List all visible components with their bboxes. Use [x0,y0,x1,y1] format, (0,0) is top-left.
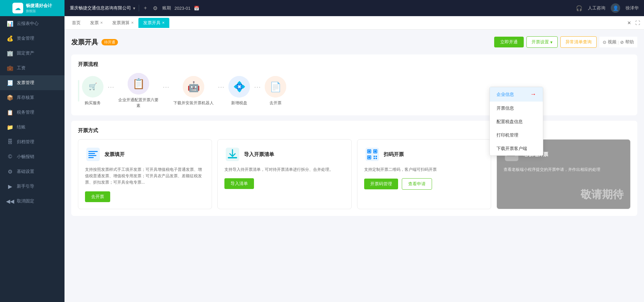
sidebar-item-gudingzichan[interactable]: 🏢 固定资产 [0,46,65,61]
dropdown-item-company-info[interactable]: 企业信息 → [490,87,543,102]
invoice-icon: 🧾 [7,79,13,86]
chevron-down-icon[interactable]: ▾ [133,6,135,11]
flow-step-indicator [78,80,79,102]
scan-view-button[interactable]: 查看申请 [402,178,432,190]
svg-rect-13 [88,155,96,156]
tab-calc-close[interactable]: ✕ [131,21,134,25]
flow-step-4: 💠 新增税盘 [228,76,250,106]
method-card-import: 导入开票清单 支持导入待开票清单，可对待开票清单进行拆分、合并处理。 导入清单 [217,139,351,209]
tab-calc[interactable]: 发票测算 ✕ [108,18,138,28]
flow-step-3-icon: 🤖 [183,76,204,98]
sidebar-label-gongzi: 工资 [17,65,26,71]
flow-step-1-icon: 🛒 [82,76,103,98]
sidebar-item-guidang[interactable]: 🗄 归档管理 [0,135,65,149]
nav-right: 重庆畅捷交通信息咨询有限公司 ▾ + ⚙ 账期 2023-01 📅 🎧 人工咨询… [65,3,644,13]
avatar: 👤 [611,3,620,13]
sidebar-item-yunbao[interactable]: 📊 云报表中心 [0,16,65,31]
tab-invoice-close[interactable]: ✕ [100,21,103,25]
sidebar-item-gongzi[interactable]: 💼 工资 [0,61,65,75]
svg-rect-10 [86,148,100,161]
sidebar-label-quxiao: 取消固定 [17,198,34,204]
chart-icon: 📊 [7,20,13,27]
close-window-button[interactable]: ✕ [626,19,633,27]
period-label: 账期 [162,5,171,11]
tab-bar-right: ✕ ⛶ [626,19,641,27]
method-section-title: 开票方式 [78,127,631,134]
sidebar-item-quxiao[interactable]: ◀◀ 取消固定 [0,194,65,209]
settings-dropdown-menu: 企业信息 → 开票信息 配置税盘信息 打印机管理 下载开票客户端 [489,87,543,156]
svg-rect-25 [376,156,377,157]
flow-section-title: 开票流程 [78,61,631,68]
flow-step-4-label: 新增税盘 [231,100,247,106]
sidebar-label-guidang: 归档管理 [17,139,34,145]
dropdown-item-download-client[interactable]: 下载开票客户端 [490,142,543,155]
sidebar-item-xiaochang[interactable]: © 小畅报销 [0,149,65,164]
play-circle-icon: ⊙ [603,40,606,45]
gear-icon: ⚙ [7,168,13,175]
dropdown-printer-label: 打印机管理 [497,133,518,138]
settings-icon[interactable]: ⚙ [152,4,159,13]
tab-open-close[interactable]: ✕ [162,21,165,25]
dropdown-invoice-info-label: 开票信息 [497,106,514,111]
building-icon: 🏢 [7,50,13,56]
sidebar-item-jichushezhi[interactable]: ⚙ 基础设置 [0,164,65,179]
question-icon: ⊘ [620,40,624,45]
tab-open[interactable]: 发票开具 ✕ [138,18,169,28]
svg-text:📋: 📋 [132,78,145,90]
content-area: 首页 发票 ✕ 发票测算 ✕ 发票开具 ✕ ✕ ⛶ [65,16,644,302]
fill-icon [85,146,101,162]
dropdown-item-printer[interactable]: 打印机管理 [490,128,543,142]
svg-text:🤖: 🤖 [187,81,200,93]
username: 徐泽华 [626,5,639,11]
sidebar-label-xinshou: 新手引导 [17,183,34,189]
abnormal-button[interactable]: 异常清单查询 [560,36,597,48]
settings-dropdown-label: 开票设置 [531,39,549,45]
company-selector[interactable]: 重庆畅捷交通信息咨询有限公司 ▾ [70,5,135,11]
video-button[interactable]: ⊙ 视频 | ⊘ 帮助 [599,37,637,47]
copyright-icon: © [7,153,13,160]
sidebar-item-shuiwu[interactable]: 📋 税务管理 [0,105,65,120]
sidebar-item-zijin[interactable]: 💰 资金管理 [0,31,65,46]
flow-step-5-label: 去开票 [269,100,282,106]
activate-button[interactable]: 立即开通 [494,37,524,47]
dropdown-item-tax-info[interactable]: 配置税盘信息 [490,115,543,128]
scan-icon [364,146,380,162]
svg-rect-27 [376,158,377,159]
header-actions: 立即开通 开票设置 ▾ 异常清单查询 ⊙ 视频 | ⊘ 帮助 [494,36,637,48]
logo-area[interactable]: ☁ 畅捷通好会计 旗舰版 [0,0,65,16]
method-import-desc: 支持导入待开票清单，可对待开票清单进行拆分、合并处理。 [224,166,344,173]
method-scan-title: 扫码开票 [384,151,404,158]
fill-go-button[interactable]: 去开票 [85,191,110,202]
tab-bar: 首页 发票 ✕ 发票测算 ✕ 发票开具 ✕ ✕ ⛶ [65,16,644,30]
flow-step-5: 📄 去开票 [265,76,286,106]
dropdown-item-invoice-info[interactable]: 开票信息 [490,102,543,115]
settings-dropdown-button[interactable]: 开票设置 ▾ [526,36,558,48]
flow-step-2-label: 企业开通配置开票六要素 [118,97,159,109]
dropdown-arrow-icon: ▾ [550,40,553,45]
tab-home[interactable]: 首页 [67,18,85,28]
import-button[interactable]: 导入清单 [224,178,254,189]
folder-icon: 📁 [7,124,13,130]
flow-steps: 🛒 购买服务 ··· 📋 企业开通配置开票六要素 ··· [78,73,631,109]
sidebar-item-xinshou[interactable]: ▶ 新手引导 [0,179,65,194]
headphone-icon: 🎧 [576,5,583,11]
add-button[interactable]: + [142,4,148,12]
tab-home-label: 首页 [72,20,81,26]
flow-step-1-label: 购买服务 [85,100,101,106]
tab-invoice[interactable]: 发票 ✕ [85,18,108,28]
sidebar-item-fapiao[interactable]: 🧾 发票管理 [0,75,65,90]
calendar-icon[interactable]: 📅 [194,6,199,11]
dropdown-company-info-label: 企业信息 [497,91,514,98]
sidebar-item-jiezhang[interactable]: 📁 结账 [0,120,65,135]
svg-rect-16 [228,157,237,158]
sidebar-label-xiaochang: 小畅报销 [17,154,34,160]
ai-consult-label[interactable]: 人工咨询 [588,5,605,11]
clipboard-icon: 📋 [7,109,13,116]
svg-rect-12 [88,153,95,154]
money-icon: 💰 [7,35,13,42]
svg-rect-22 [374,150,376,152]
scan-manage-button[interactable]: 开票码管理 [364,179,398,189]
method-card-fill: 发票填开 支持按照发票样式手工填开发票；可开具增值税电子普通发票、增值税普通发票… [78,139,212,209]
sidebar-item-kucun[interactable]: 📦 库存核算 [0,90,65,105]
maximize-button[interactable]: ⛶ [634,19,641,27]
